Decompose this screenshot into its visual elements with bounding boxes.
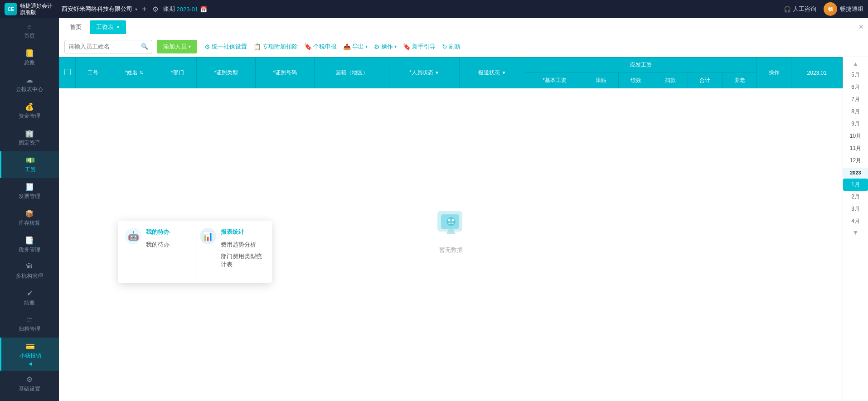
- month-panel: ▲ 5月 6月 7月 8月 9月 10月 11月 12月 2023 1月 2月 …: [843, 57, 868, 401]
- add-icon[interactable]: +: [142, 5, 147, 14]
- sidebar-item-multi-org[interactable]: 🏛 多机构管理: [0, 258, 59, 285]
- submenu-col-2: 📊 报表统计 费用趋势分析 部门费用类型统计表: [200, 228, 265, 276]
- submenu-item-trend[interactable]: 费用趋势分析: [221, 239, 265, 251]
- submenu-divider: [195, 228, 195, 276]
- tab-close-icon[interactable]: ×: [116, 24, 120, 30]
- action-operation[interactable]: ⚙ 操作 ▾: [374, 43, 397, 51]
- filter-status-icon[interactable]: ▼: [435, 70, 439, 75]
- sidebar-item-expense[interactable]: 💳 小畅报销 ◀: [0, 338, 59, 371]
- month-4[interactable]: 4月: [843, 215, 868, 227]
- month-12[interactable]: 12月: [843, 155, 868, 167]
- sidebar-item-checkout[interactable]: ✔ 结账: [0, 285, 59, 311]
- add-person-button[interactable]: 添加人员 ▾: [157, 40, 197, 53]
- month-7[interactable]: 7月: [843, 93, 868, 106]
- sidebar-item-ledger[interactable]: 📒 总账: [0, 44, 59, 71]
- submenu-title-todo[interactable]: 我的待办: [146, 228, 170, 236]
- th-id-num: *证照号码: [256, 58, 315, 88]
- month-11[interactable]: 11月: [843, 142, 868, 155]
- submenu-title-report[interactable]: 报表统计: [221, 228, 265, 236]
- action-export[interactable]: 📤 导出 ▾: [343, 43, 368, 51]
- year-2023: 2023: [843, 168, 868, 178]
- sidebar-label-expense: 小畅报销: [19, 352, 41, 360]
- logo-text-block: 畅捷通好会计 旗舰版: [20, 3, 53, 16]
- checkbox-header[interactable]: [59, 58, 76, 88]
- sidebar-label-archive: 归档管理: [19, 325, 40, 333]
- sidebar-item-cloud-report[interactable]: ☁ 云报表中心: [0, 71, 59, 98]
- todo-section-icon: 🤖: [125, 228, 141, 244]
- toolbar-actions: ⚙ 统一社保设置 📋 专项附加扣除 🔖 个税申报 📤 导出 ▾: [204, 43, 461, 51]
- th-name: *姓名 ⇅: [110, 58, 158, 88]
- month-5[interactable]: 5月: [843, 69, 868, 81]
- sort-name-icon[interactable]: ⇅: [140, 70, 143, 75]
- tab-bar: 首页 工资表 × ×: [59, 18, 868, 36]
- sidebar-label-ledger: 总账: [24, 59, 35, 67]
- sidebar-item-salary[interactable]: 💵 工资: [0, 151, 59, 178]
- sidebar-label-invoice: 发票管理: [19, 193, 40, 200]
- expense-icon: 💳: [26, 342, 35, 351]
- add-person-label: 添加人员: [163, 43, 187, 51]
- tab-home-label: 首页: [70, 24, 82, 30]
- add-dropdown-icon: ▾: [189, 44, 191, 49]
- export-icon: 📤: [343, 43, 351, 50]
- tab-salary[interactable]: 工资表 ×: [90, 20, 126, 34]
- search-wrap: 🔍: [64, 40, 152, 53]
- salary-table: 工号 *姓名 ⇅ *部门 *证照类型 *证照号码 国籍（地区） *人员状态 ▼: [59, 57, 843, 88]
- ledger-icon: 📒: [25, 49, 34, 58]
- th-base-salary: *基本工资: [525, 73, 584, 88]
- action-social-insurance[interactable]: ⚙ 统一社保设置: [204, 43, 247, 51]
- sidebar-label-cloud: 云报表中心: [16, 86, 43, 93]
- company-selector[interactable]: 西安虾米网络科技有限公司 ▾: [62, 5, 137, 13]
- month-8[interactable]: 8月: [843, 106, 868, 118]
- tab-home[interactable]: 首页: [63, 20, 88, 34]
- app-container: CE 畅捷通好会计 旗舰版 西安虾米网络科技有限公司 ▾ + ⚙ 账期 2023…: [0, 0, 868, 401]
- month-scroll-down[interactable]: ▼: [851, 227, 860, 237]
- sidebar-item-fund[interactable]: 💰 资金管理: [0, 98, 59, 125]
- action-label-0: 统一社保设置: [212, 43, 247, 51]
- sidebar-item-tax[interactable]: 📑 税务管理: [0, 232, 59, 258]
- submenu-item-todo[interactable]: 我的待办: [146, 239, 170, 251]
- sidebar-label-fund: 资金管理: [19, 112, 40, 120]
- filter-report-icon[interactable]: ▼: [502, 70, 506, 75]
- top-bar: CE 畅捷通好会计 旗舰版 西安虾米网络科技有限公司 ▾ + ⚙ 账期 2023…: [0, 0, 868, 18]
- action-tax-report[interactable]: 🔖 个税申报: [304, 43, 337, 51]
- settings-icon[interactable]: ⚙: [152, 5, 159, 14]
- sidebar-label-assets: 固定资产: [19, 139, 40, 147]
- action-special-deduction[interactable]: 📋 专项附加扣除: [253, 43, 298, 51]
- op-arrow-icon: ▾: [394, 44, 397, 49]
- month-scroll-up[interactable]: ▲: [851, 59, 860, 69]
- export-arrow-icon: ▾: [365, 44, 368, 49]
- close-all-button[interactable]: ×: [858, 22, 863, 32]
- user-info[interactable]: 畅 畅捷通组: [824, 2, 863, 16]
- help-label: 人工咨询: [793, 5, 816, 13]
- help-link[interactable]: 🎧 人工咨询: [784, 5, 816, 13]
- sidebar-label-org: 多机构管理: [16, 272, 43, 280]
- collapse-icon: ◀: [29, 361, 32, 366]
- action-new-guide[interactable]: 🔖 新手引导: [403, 43, 436, 51]
- logo-initials: CE: [8, 7, 14, 12]
- calendar-icon[interactable]: 📅: [200, 6, 207, 13]
- th-pension: 养老: [722, 73, 756, 88]
- select-all-checkbox[interactable]: [64, 69, 71, 75]
- org-icon: 🏛: [26, 263, 33, 271]
- sidebar-item-basic-settings[interactable]: ⚙ 基础设置: [0, 371, 59, 397]
- tab-salary-label: 工资表: [96, 23, 114, 31]
- basic-settings-icon: ⚙: [26, 375, 33, 384]
- sidebar-item-new-guide[interactable]: ▶ 新手引导: [0, 397, 59, 401]
- month-9[interactable]: 9月: [843, 118, 868, 130]
- month-1-current[interactable]: 1月: [843, 179, 868, 191]
- sidebar-item-inventory[interactable]: 📦 库存核算: [0, 205, 59, 232]
- action-refresh[interactable]: ↻ 刷新: [442, 43, 461, 51]
- sidebar-item-invoice[interactable]: 🧾 发票管理: [0, 178, 59, 205]
- month-10[interactable]: 10月: [843, 130, 868, 142]
- sidebar-item-archive[interactable]: 🗂 归档管理: [0, 311, 59, 338]
- month-3[interactable]: 3月: [843, 203, 868, 215]
- sidebar-item-fixed-assets[interactable]: 🏢 固定资产: [0, 125, 59, 151]
- sidebar-label-home: 首页: [24, 32, 35, 40]
- submenu-item-dept[interactable]: 部门费用类型统计表: [221, 251, 265, 271]
- search-input[interactable]: [68, 43, 141, 50]
- sidebar-label-salary: 工资: [25, 166, 36, 174]
- month-6[interactable]: 6月: [843, 81, 868, 93]
- sidebar-item-home[interactable]: ⌂ 首页: [0, 18, 59, 44]
- month-2[interactable]: 2月: [843, 191, 868, 203]
- top-right: 🎧 人工咨询 畅 畅捷通组: [784, 2, 863, 16]
